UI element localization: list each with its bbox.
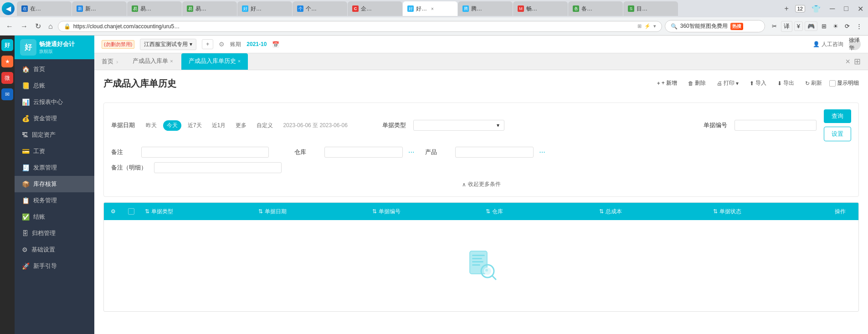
tab-list[interactable]: 产成品入库单 × [125, 53, 180, 70]
add-company-btn[interactable]: + [202, 39, 213, 49]
sidebar-item-newentry[interactable]: 🚀 新手引导 [15, 258, 94, 274]
filter-settings-btn[interactable]: 设置 [824, 127, 851, 141]
sidebar-item-invoice[interactable]: 🧾 发票管理 [15, 159, 94, 176]
th-total-cost[interactable]: ⇅ 总成本 [595, 204, 708, 219]
browser-tab[interactable]: 新 新… [72, 1, 127, 16]
app-icon-1[interactable]: ★ [1, 56, 13, 67]
ai-service[interactable]: 👤 人工咨询 [813, 41, 843, 48]
browser-tab[interactable]: S 目… [623, 1, 678, 16]
sidebar-item-report[interactable]: 📊 云报表中心 [15, 94, 94, 110]
gamepad-btn[interactable]: 🎮 [805, 21, 817, 31]
export-btn[interactable]: ⬇ 导出 [774, 77, 798, 89]
yuan-btn[interactable]: ¥ [794, 21, 803, 31]
user-avatar[interactable]: 徐泽华 [849, 38, 861, 50]
delete-btn[interactable]: 🗑 删除 [684, 77, 709, 89]
calendar-btn[interactable]: 📅 [272, 41, 279, 48]
refresh-btn[interactable]: ↻ [33, 21, 43, 31]
th-gear[interactable]: ⚙ [104, 205, 122, 218]
print-btn[interactable]: 🖨 打印 ▾ [713, 77, 742, 89]
browser-tab[interactable]: 易 易… [182, 1, 237, 16]
sidebar-item-salary[interactable]: 💳 工资 [15, 143, 94, 159]
browser-tab-active[interactable]: 好 好… × [403, 1, 457, 16]
minimize-btn[interactable]: ─ [827, 4, 837, 14]
browser-toolbar: ✂ 译 ¥ 🎮 ⊞ ☀ ⟳ ⋮ [770, 21, 864, 32]
sidebar-item-settlement[interactable]: ✅ 结账 [15, 209, 94, 225]
tab-list-close[interactable]: × [170, 58, 173, 64]
date-btn-7days[interactable]: 近7天 [184, 120, 205, 131]
app-icon-mail[interactable]: ✉ [1, 88, 13, 100]
tab-history-close[interactable]: × [238, 58, 241, 64]
sync-btn[interactable]: ⟳ [842, 21, 852, 31]
th-checkbox[interactable] [122, 205, 140, 218]
th-doc-date[interactable]: ⇅ 单据日期 [254, 204, 367, 219]
sidebar-item-inventory[interactable]: 📦 库存核算 [15, 176, 94, 192]
url-bar[interactable]: 🔒 https://cloud.chanjet.com/accounting/u… [58, 21, 662, 32]
date-btn-yesterday[interactable]: 昨天 [142, 120, 160, 131]
close-btn[interactable]: ✕ [855, 4, 866, 14]
sidebar-item-fund[interactable]: 💰 资金管理 [15, 110, 94, 127]
browser-tab[interactable]: 个 个… [293, 1, 347, 16]
panel-close-btn[interactable]: × [845, 57, 850, 67]
grid-btn[interactable]: ⊞ [637, 23, 642, 29]
browser-tab[interactable]: 腾 腾… [458, 1, 513, 16]
import-btn[interactable]: ⬆ 导入 [746, 77, 770, 89]
sidebar-item-tax[interactable]: 📋 税务管理 [15, 192, 94, 209]
doc-num-input[interactable] [734, 120, 817, 131]
refresh-btn[interactable]: ↻ 刷新 [801, 77, 826, 89]
maximize-btn[interactable]: □ [841, 4, 851, 14]
warehouse-dots-btn[interactable]: ··· [405, 148, 418, 156]
back-btn[interactable]: ← [4, 21, 15, 31]
newentry-icon: 🚀 [22, 262, 30, 270]
home-nav-btn[interactable]: ⌂ [46, 21, 55, 31]
forward-btn[interactable]: → [18, 21, 30, 31]
show-detail-checkbox[interactable] [829, 80, 836, 87]
app-icon-weibo[interactable]: 微 [1, 72, 13, 84]
remark-input[interactable] [141, 147, 269, 158]
th-doc-type[interactable]: ⇅ 单据类型 [140, 204, 254, 219]
warehouse-input[interactable] [324, 147, 403, 158]
table-select-all[interactable] [128, 208, 134, 215]
product-dots-btn[interactable]: ··· [535, 148, 549, 156]
sidebar-item-fixed[interactable]: 🏗 固定资产 [15, 127, 94, 143]
product-input[interactable] [455, 147, 534, 158]
sidebar-item-basic[interactable]: ⚙ 基础设置 [15, 242, 94, 258]
add-btn[interactable]: + + 新增 [653, 77, 681, 89]
sun-btn[interactable]: ☀ [831, 21, 841, 31]
date-btn-today[interactable]: 今天 [163, 120, 181, 131]
date-btn-1month[interactable]: 近1月 [208, 120, 230, 131]
th-doc-status[interactable]: ⇅ 单据状态 [709, 204, 822, 219]
browser-tab[interactable]: M 畅… [513, 1, 568, 16]
browser-tab[interactable]: 易 易… [127, 1, 182, 16]
dropdown-btn[interactable]: ▾ [653, 23, 656, 29]
collapse-btn[interactable]: ∧ 收起更多条件 [457, 179, 506, 190]
search-bar[interactable]: 🔍 360智能抠图免费用 热搜 [665, 20, 765, 32]
app-icon-main[interactable]: 好 [1, 39, 13, 51]
scissors-btn[interactable]: ✂ [770, 21, 779, 31]
sidebar-item-home[interactable]: 🏠 首页 [15, 61, 94, 77]
tab-history[interactable]: 产成品入库单历史 × [181, 53, 248, 70]
bolt-btn[interactable]: ⚡ [644, 23, 651, 29]
breadcrumb-home[interactable]: 首页 [102, 57, 113, 66]
panel-expand-btn[interactable]: ⊞ [854, 57, 861, 67]
query-btn[interactable]: 查询 [824, 109, 851, 123]
new-tab-btn[interactable]: + [781, 4, 791, 14]
sidebar-item-ledger[interactable]: 📒 总账 [15, 77, 94, 94]
browser-tab[interactable]: C 企… [348, 1, 402, 16]
browser-tab[interactable]: 在 在… [17, 1, 72, 16]
more-btn[interactable]: ⋮ [854, 21, 864, 31]
shirt-icon[interactable]: 👕 [809, 4, 823, 14]
tab-close-btn[interactable]: × [431, 6, 434, 11]
browser-tab[interactable]: 好 好… [237, 1, 292, 16]
remark-detail-input[interactable] [154, 162, 282, 173]
layout-btn[interactable]: ⊞ [819, 21, 829, 31]
translate-btn[interactable]: 译 [781, 21, 792, 32]
doc-type-selectbox[interactable]: ▾ [413, 120, 504, 131]
th-doc-num[interactable]: ⇅ 单据编号 [368, 204, 481, 219]
sidebar-item-archive[interactable]: 🗄 归档管理 [15, 225, 94, 242]
company-selector[interactable]: 江西服宝测试专用 ▾ [140, 39, 196, 50]
date-btn-custom[interactable]: 自定义 [253, 120, 277, 131]
th-warehouse[interactable]: ⇅ 仓库 [481, 204, 595, 219]
date-btn-more[interactable]: 更多 [232, 120, 250, 131]
settings-icon-btn[interactable]: ⚙ [219, 41, 225, 48]
browser-tab[interactable]: 各 各… [568, 1, 623, 16]
